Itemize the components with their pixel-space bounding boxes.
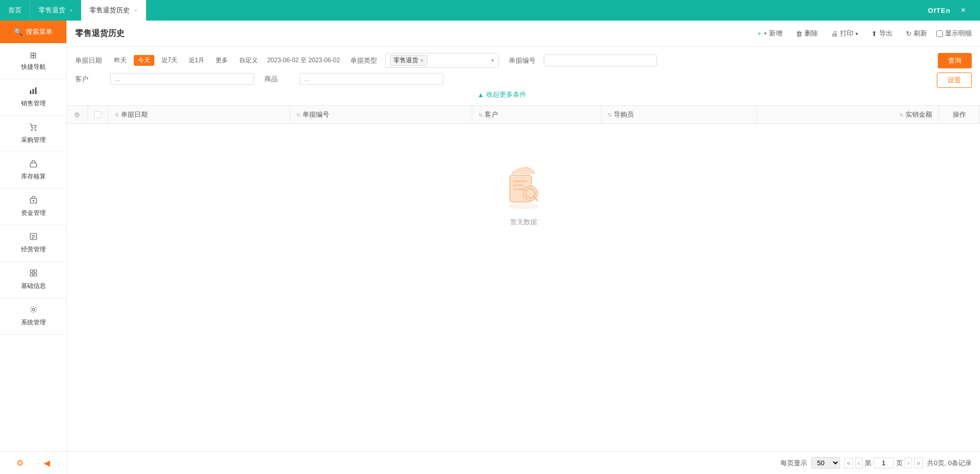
delete-label: 删除	[805, 29, 818, 38]
top-bar-right: OfTEn ×	[928, 6, 980, 15]
page-input-wrapper: 第 页	[865, 458, 903, 468]
refresh-btn[interactable]: ↻ 刷新	[902, 27, 931, 40]
tab-retail-return-label: 零售退货	[39, 6, 65, 15]
system-mgmt-icon	[29, 305, 38, 316]
customer-select[interactable]: ...	[110, 73, 254, 85]
svg-rect-15	[34, 274, 37, 276]
sidebar-bottom: ⚙ ◀	[0, 451, 66, 474]
doc-type-filter-label: 单据类型	[350, 56, 381, 65]
page-number-input[interactable]	[874, 458, 894, 468]
th-guide-icon: ⇅	[608, 112, 612, 118]
sidebar-item-basic-info[interactable]: 基础信息	[0, 262, 66, 298]
export-btn[interactable]: ⬆ 导出	[867, 27, 897, 40]
search-icon: 🔍	[14, 28, 23, 36]
print-btn[interactable]: 🖨 打印 ▾	[827, 27, 862, 40]
page-first-btn[interactable]: «	[844, 458, 853, 468]
settings-bottom-icon[interactable]: ⚙	[16, 458, 24, 468]
date-btn-yesterday[interactable]: 昨天	[110, 55, 131, 66]
th-doc-date-sort[interactable]: ⇅ 单据日期	[115, 110, 284, 119]
svg-rect-2	[35, 87, 37, 94]
page-next-btn[interactable]: ›	[905, 458, 912, 468]
sidebar-item-capital-mgmt[interactable]: 资金管理	[0, 189, 66, 225]
sidebar-item-quick-nav[interactable]: ⊞ 快捷导航	[0, 43, 66, 79]
sidebar-item-purchase-mgmt[interactable]: 采购管理	[0, 116, 66, 152]
doc-type-tag-close[interactable]: ×	[420, 57, 424, 64]
show-detail-checkbox-label[interactable]: 显示明细	[936, 29, 972, 38]
new-icon: +	[757, 30, 761, 38]
date-filter-options: 昨天 今天 近7天 近1月 更多 自定义 2023-06-02 至 2023-0…	[110, 55, 340, 66]
page-size-label: 每页显示	[780, 459, 807, 468]
date-btn-7days[interactable]: 近7天	[157, 55, 182, 66]
empty-text: 暂无数据	[510, 217, 537, 227]
sidebar-item-inventory[interactable]: 库存核算	[0, 152, 66, 189]
query-btn[interactable]: 查询	[938, 53, 972, 68]
tab-home[interactable]: 首页	[0, 0, 30, 21]
th-actual-amount: ⇅ 实销金额	[757, 106, 939, 124]
goods-filter-label: 商品	[264, 75, 295, 84]
empty-icon	[501, 165, 547, 211]
tab-retail-return-close[interactable]: ×	[69, 7, 73, 13]
tab-retail-return-history[interactable]: 零售退货历史 ×	[81, 0, 146, 21]
date-btn-1month[interactable]: 近1月	[185, 55, 209, 66]
svg-point-7	[32, 200, 34, 202]
th-guide-sort[interactable]: ⇅ 导购员	[608, 110, 750, 119]
main-layout: 🔍 搜索菜单 ⊞ 快捷导航 销售管理 采购管理 库存核算	[0, 21, 980, 474]
date-btn-today[interactable]: 今天	[134, 55, 154, 66]
sidebar-item-quick-nav-label: 快捷导航	[21, 63, 46, 71]
sidebar-item-capital-mgmt-label: 资金管理	[21, 209, 46, 217]
content-area: 零售退货历史 + + 新增 🗑 删除 🖨 打印 ▾ ⬆ 导出	[67, 21, 980, 474]
th-settings: ⚙	[67, 106, 87, 124]
sidebar-item-basic-info-label: 基础信息	[21, 282, 46, 290]
sidebar-item-business-mgmt[interactable]: 经营管理	[0, 225, 66, 262]
select-all-checkbox[interactable]	[94, 111, 101, 118]
collapse-icon: ▲	[477, 91, 484, 99]
doc-type-dropdown-icon: ▾	[491, 58, 494, 63]
sidebar-item-sales-mgmt[interactable]: 销售管理	[0, 79, 66, 116]
th-doc-date-label: 单据日期	[121, 110, 148, 119]
doc-type-select[interactable]: 零售退货 × ▾	[385, 53, 498, 68]
page-size-select[interactable]: 10 20 50 100	[811, 457, 840, 469]
page-prev-btn[interactable]: ‹	[855, 458, 862, 468]
sidebar-item-system-mgmt[interactable]: 系统管理	[0, 298, 66, 335]
th-customer: ⇅ 客户	[472, 106, 601, 124]
th-doc-no-icon: ⇅	[296, 112, 300, 118]
th-customer-icon: ⇅	[478, 112, 483, 118]
sidebar-item-system-mgmt-label: 系统管理	[21, 318, 46, 327]
tab-list: 首页 零售退货 × 零售退货历史 ×	[0, 0, 928, 21]
th-guide-label: 导购员	[614, 110, 634, 119]
date-btn-more[interactable]: 更多	[211, 55, 232, 66]
tab-retail-return-history-close[interactable]: ×	[134, 7, 137, 13]
sidebar-item-purchase-mgmt-label: 采购管理	[21, 136, 46, 144]
empty-state: 暂无数据	[67, 124, 980, 268]
filter-setting-btn[interactable]: 设置	[937, 72, 972, 88]
show-detail-checkbox[interactable]	[936, 30, 943, 37]
collapse-filter-btn[interactable]: ▲ 收起更多条件	[477, 90, 526, 99]
th-customer-label: 客户	[485, 110, 498, 119]
svg-rect-14	[30, 274, 33, 276]
pagination-bar: 每页显示 10 20 50 100 « ‹ 第 页 › » 共0页, 0条记录	[67, 451, 980, 474]
quick-nav-icon: ⊞	[30, 50, 37, 60]
th-checkbox	[87, 106, 108, 124]
page-last-btn[interactable]: »	[914, 458, 923, 468]
filter-right-buttons: 查询 设置	[937, 53, 972, 88]
th-doc-no-sort[interactable]: ⇅ 单据编号	[296, 110, 466, 119]
export-label: 导出	[879, 29, 893, 38]
th-actual-amount-sort[interactable]: ⇅ 实销金额	[763, 110, 932, 119]
table-settings-icon[interactable]: ⚙	[74, 111, 80, 119]
th-customer-sort[interactable]: ⇅ 客户	[478, 110, 595, 119]
delete-btn[interactable]: 🗑 删除	[792, 27, 822, 40]
th-operation-label: 操作	[953, 111, 966, 118]
goods-ellipsis: ...	[304, 75, 310, 83]
goods-select[interactable]: ...	[299, 73, 443, 85]
new-btn[interactable]: + + 新增	[753, 27, 787, 40]
customer-ellipsis: ...	[115, 75, 120, 83]
date-btn-custom[interactable]: 自定义	[235, 55, 262, 66]
collapse-sidebar-icon[interactable]: ◀	[44, 458, 50, 468]
svg-rect-0	[30, 90, 31, 94]
page-total-text: 共0页, 0条记录	[927, 459, 972, 468]
doc-no-input[interactable]	[544, 54, 657, 66]
tab-retail-return[interactable]: 零售退货 ×	[30, 0, 81, 21]
page-navigation: « ‹ 第 页 › »	[844, 458, 923, 468]
sidebar-search-btn[interactable]: 🔍 搜索菜单	[0, 21, 66, 43]
window-close-btn[interactable]: ×	[955, 6, 972, 15]
